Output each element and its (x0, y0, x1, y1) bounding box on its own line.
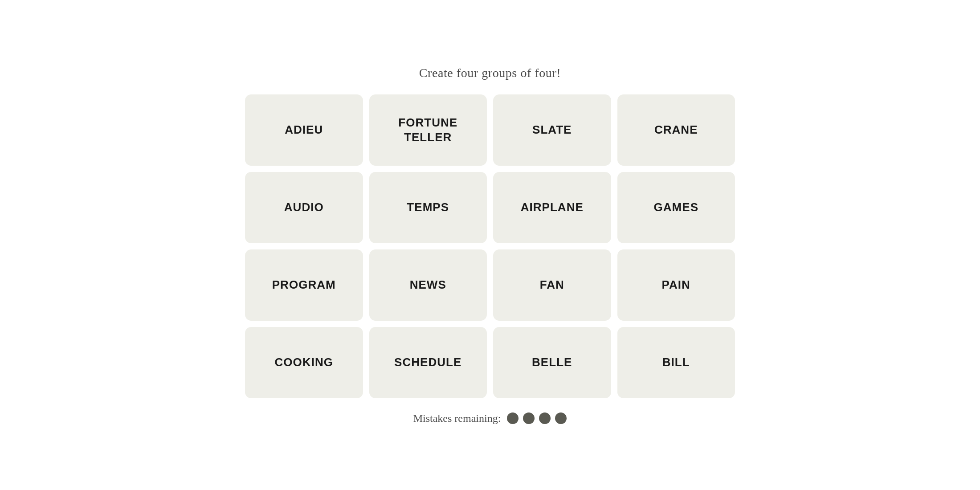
word-grid: ADIEUFORTUNE TELLERSLATECRANEAUDIOTEMPSA… (245, 94, 735, 398)
mistakes-dots (507, 412, 567, 424)
tile-slate[interactable]: SLATE (493, 94, 611, 166)
tile-label-program: PROGRAM (272, 278, 336, 292)
tile-label-bill: BILL (662, 355, 690, 370)
tile-fan[interactable]: FAN (493, 249, 611, 321)
tile-label-slate: SLATE (532, 122, 572, 137)
tile-label-crane: CRANE (654, 122, 698, 137)
tile-label-adieu: ADIEU (285, 122, 323, 137)
tile-games[interactable]: GAMES (617, 172, 735, 243)
tile-pain[interactable]: PAIN (617, 249, 735, 321)
game-container: Create four groups of four! ADIEUFORTUNE… (245, 66, 735, 425)
tile-label-temps: TEMPS (407, 200, 449, 215)
tile-temps[interactable]: TEMPS (369, 172, 487, 243)
tile-label-games: GAMES (653, 200, 698, 215)
mistake-dot-3 (539, 412, 551, 424)
tile-label-news: NEWS (410, 278, 446, 292)
tile-news[interactable]: NEWS (369, 249, 487, 321)
tile-airplane[interactable]: AIRPLANE (493, 172, 611, 243)
tile-label-pain: PAIN (662, 278, 690, 292)
mistakes-label: Mistakes remaining: (413, 412, 501, 425)
tile-belle[interactable]: BELLE (493, 327, 611, 398)
tile-label-airplane: AIRPLANE (521, 200, 584, 215)
tile-label-audio: AUDIO (284, 200, 324, 215)
tile-label-fan: FAN (540, 278, 564, 292)
tile-program[interactable]: PROGRAM (245, 249, 363, 321)
tile-label-belle: BELLE (532, 355, 572, 370)
tile-schedule[interactable]: SCHEDULE (369, 327, 487, 398)
tile-cooking[interactable]: COOKING (245, 327, 363, 398)
tile-label-fortune-teller: FORTUNE TELLER (376, 115, 480, 144)
tile-label-schedule: SCHEDULE (394, 355, 461, 370)
tile-bill[interactable]: BILL (617, 327, 735, 398)
tile-label-cooking: COOKING (274, 355, 333, 370)
tile-adieu[interactable]: ADIEU (245, 94, 363, 166)
mistake-dot-1 (507, 412, 519, 424)
mistake-dot-4 (555, 412, 567, 424)
tile-audio[interactable]: AUDIO (245, 172, 363, 243)
tile-crane[interactable]: CRANE (617, 94, 735, 166)
subtitle: Create four groups of four! (419, 66, 561, 80)
tile-fortune-teller[interactable]: FORTUNE TELLER (369, 94, 487, 166)
mistake-dot-2 (523, 412, 535, 424)
mistakes-area: Mistakes remaining: (413, 412, 567, 425)
